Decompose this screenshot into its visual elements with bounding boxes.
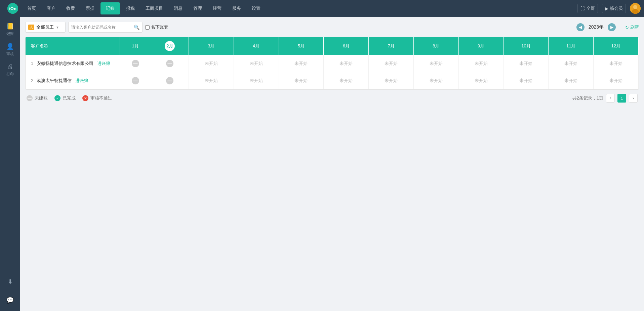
footer: — 未建账 ✓ 已完成 ✕ 审核不通过 共2条记录，1页 ‹ 1 › <box>25 94 639 103</box>
table-cell-month-6: 未开始 <box>324 72 369 89</box>
prev-page-button[interactable]: ‹ <box>606 94 615 103</box>
search-container: 🔍 <box>68 22 143 33</box>
chat-icon: 💬 <box>6 297 14 304</box>
fullscreen-button[interactable]: ⛶ 全屏 <box>577 4 598 13</box>
employee-select-label: 全部员工 <box>36 24 54 30</box>
sidebar-item-download[interactable]: ⬇ <box>2 272 18 291</box>
table-cell-month-7: 未开始 <box>369 72 414 89</box>
nav-menu: 首页 客户 收费 票据 记账 报税 工商项目 消息 管理 经营 服务 设置 <box>22 0 577 17</box>
nav-service[interactable]: 服务 <box>227 0 246 17</box>
next-page-button[interactable]: › <box>629 94 638 103</box>
status-not-started: 未开始 <box>205 61 218 66</box>
table-header-row: 客户名称 1月 2月 3月 4月 5月 6月 7月 8月 9月 10月 11月 <box>26 37 639 55</box>
legend-not-built: — 未建账 <box>27 95 48 101</box>
search-input[interactable] <box>71 25 132 30</box>
nav-home[interactable]: 首页 <box>22 0 41 17</box>
sidebar-item-audit-label: 审核 <box>6 51 14 56</box>
top-nav: iOn 首页 客户 收费 票据 记账 报税 工商项目 消息 管理 经营 服务 设… <box>0 0 644 17</box>
top-nav-right: ⛶ 全屏 ▶ 畅会员 <box>577 3 641 14</box>
status-not-started: 未开始 <box>430 78 443 83</box>
col-customer-name: 客户名称 <box>26 37 120 55</box>
sidebar-item-accounting[interactable]: 📒 记账 <box>2 20 18 39</box>
status-not-started: 未开始 <box>430 61 443 66</box>
table-cell-month-12: 未开始 <box>594 55 639 72</box>
table-cell-month-2: — <box>151 72 189 89</box>
status-not-started: 未开始 <box>609 78 622 83</box>
nav-operation[interactable]: 经营 <box>207 0 227 17</box>
table-cell-month-9: 未开始 <box>458 55 504 72</box>
table-cell-month-5: 未开始 <box>279 72 324 89</box>
chevron-down-icon: ▼ <box>56 26 59 29</box>
col-month-3: 3月 <box>189 37 234 55</box>
status-not-started: 未开始 <box>250 78 263 83</box>
sidebar-item-print[interactable]: 🖨 打印 <box>2 61 18 79</box>
company-name: 漠澳太平畅捷通信 <box>37 78 72 83</box>
print-icon: 🖨 <box>7 63 13 70</box>
table-wrapper[interactable]: 客户名称 1月 2月 3月 4月 5月 6月 7月 8月 9月 10月 11月 <box>26 37 639 89</box>
year-nav: ◀ 2023年 ▶ <box>576 23 616 31</box>
employee-select[interactable]: 人 全部员工 ▼ <box>25 22 66 33</box>
col-month-4: 4月 <box>234 37 279 55</box>
left-sidebar: 📒 记账 👤 审核 🖨 打印 ⬇ 💬 <box>0 17 20 311</box>
next-year-button[interactable]: ▶ <box>608 23 616 31</box>
member-button[interactable]: ▶ 畅会员 <box>602 4 626 13</box>
accounts-table: 客户名称 1月 2月 3月 4月 5月 6月 7月 8月 9月 10月 11月 <box>26 37 639 89</box>
nav-tax[interactable]: 报税 <box>121 0 140 17</box>
rejected-icon: ✕ <box>82 95 88 101</box>
table-cell-month-8: 未开始 <box>413 55 458 72</box>
nav-customer[interactable]: 客户 <box>41 0 61 17</box>
status-not-started: 未开始 <box>475 78 488 83</box>
legend-rejected: ✕ 审核不通过 <box>82 95 112 101</box>
sidebar-item-audit[interactable]: 👤 审核 <box>2 40 18 59</box>
accounts-table-container: 客户名称 1月 2月 3月 4月 5月 6月 7月 8月 9月 10月 11月 <box>25 37 639 90</box>
enter-link[interactable]: 进账簿 <box>75 78 88 83</box>
status-not-started: 未开始 <box>294 61 308 66</box>
status-not-started: 未开始 <box>205 78 218 83</box>
prev-year-button[interactable]: ◀ <box>576 23 585 31</box>
table-cell-month-12: 未开始 <box>594 72 639 89</box>
nav-accounting[interactable]: 记账 <box>100 2 120 14</box>
nav-settings[interactable]: 设置 <box>246 0 266 17</box>
col-month-8: 8月 <box>413 37 458 55</box>
nav-billing[interactable]: 收费 <box>61 0 80 17</box>
current-page-indicator: 1 <box>617 94 626 103</box>
table-cell-month-1: — <box>120 72 151 89</box>
audit-icon: 👤 <box>6 43 14 50</box>
rejected-label: 审核不通过 <box>90 95 112 101</box>
sidebar-item-print-label: 打印 <box>6 72 14 77</box>
row-number: 1 <box>31 61 33 66</box>
table-cell-month-6: 未开始 <box>324 55 369 72</box>
table-cell-month-3: 未开始 <box>189 55 234 72</box>
my-accounts-checkbox-label[interactable]: 名下账套 <box>145 24 168 30</box>
my-accounts-checkbox[interactable] <box>145 25 150 30</box>
table-cell-month-1: — <box>120 55 151 72</box>
member-icon: ▶ <box>605 6 608 11</box>
status-dash-icon: — <box>132 60 139 67</box>
status-not-started: 未开始 <box>250 61 263 66</box>
logo: iOn <box>3 3 22 14</box>
avatar[interactable] <box>630 3 641 14</box>
status-not-started: 未开始 <box>519 61 532 66</box>
table-row: 2 漠澳太平畅捷通信 进账簿 ——未开始未开始未开始未开始未开始未开始未开始未开… <box>26 72 639 89</box>
table-cell-month-4: 未开始 <box>234 55 279 72</box>
status-not-started: 未开始 <box>564 61 577 66</box>
row-number: 2 <box>31 78 33 83</box>
status-not-started: 未开始 <box>385 61 398 66</box>
nav-manage[interactable]: 管理 <box>188 0 207 17</box>
table-cell-month-2: — <box>151 55 189 72</box>
nav-business[interactable]: 工商项目 <box>140 0 168 17</box>
toolbar: 人 全部员工 ▼ 🔍 名下账套 ◀ 2023年 ▶ ↻ 刷新 <box>25 22 639 33</box>
svg-point-3 <box>633 5 637 9</box>
sidebar-item-chat[interactable]: 💬 <box>2 291 18 309</box>
nav-invoice[interactable]: 票据 <box>80 0 100 17</box>
col-month-12: 12月 <box>594 37 639 55</box>
fullscreen-label: 全屏 <box>586 5 595 11</box>
enter-link[interactable]: 进账簿 <box>97 61 110 66</box>
refresh-button[interactable]: ↻ 刷新 <box>625 24 639 30</box>
table-cell-month-8: 未开始 <box>413 72 458 89</box>
col-month-5: 5月 <box>279 37 324 55</box>
table-cell-month-9: 未开始 <box>458 72 504 89</box>
col-month-2: 2月 <box>151 37 189 55</box>
nav-message[interactable]: 消息 <box>168 0 188 17</box>
search-icon[interactable]: 🔍 <box>134 25 139 30</box>
